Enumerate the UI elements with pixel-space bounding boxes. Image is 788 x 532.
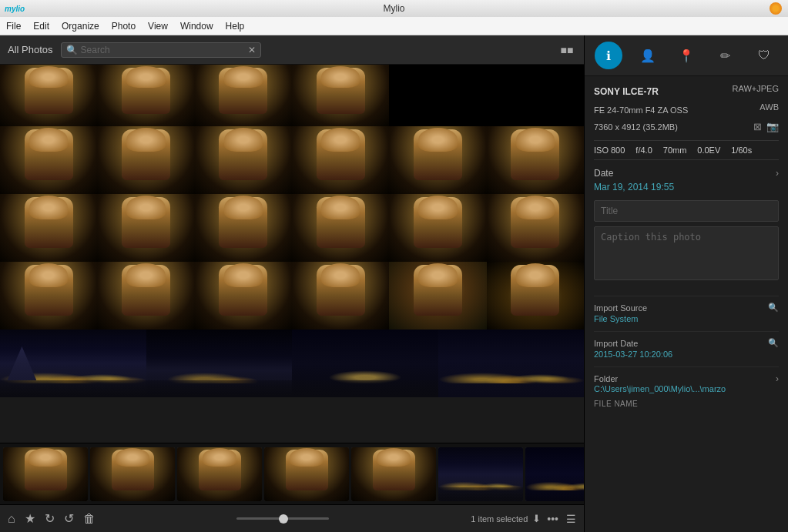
photo-cell[interactable] [0, 126, 97, 194]
filmstrip-item[interactable] [90, 447, 175, 501]
lens-info: FE 24-70mm F4 ZA OSS [594, 105, 688, 115]
tab-person[interactable]: 👤 [634, 42, 662, 69]
import-source-label: Import Source [594, 303, 647, 313]
import-source-label-row: Import Source 🔍 [594, 303, 779, 313]
photo-cell[interactable] [97, 126, 194, 194]
filmstrip-item[interactable] [3, 447, 88, 501]
caption-input[interactable] [594, 226, 779, 280]
photo-cell[interactable] [195, 194, 292, 262]
menu-view[interactable]: View [148, 21, 168, 32]
photo-cell[interactable] [487, 126, 584, 194]
photo-cell[interactable] [487, 194, 584, 262]
photo-cell[interactable] [292, 126, 389, 194]
selection-info: 1 item selected ⬇ [471, 513, 541, 524]
view-toggle: ■■ [558, 41, 576, 59]
list-view-icon[interactable]: ☰ [566, 513, 576, 525]
photo-cell[interactable] [389, 262, 486, 330]
date-header: Date › [594, 168, 779, 179]
photo-cell[interactable] [487, 65, 584, 126]
exif-ev: 0.0EV [697, 146, 720, 155]
folder-chevron[interactable]: › [776, 373, 779, 384]
photo-cell[interactable] [146, 330, 293, 397]
main-layout: All Photos 🔍 ✕ ■■ [0, 35, 788, 532]
trash-icon[interactable]: 🗑 [83, 512, 96, 526]
tab-location[interactable]: 📍 [672, 42, 700, 69]
awb-badge: AWB [759, 102, 779, 112]
date-chevron[interactable]: › [776, 168, 779, 179]
filmstrip-item[interactable] [525, 447, 584, 501]
title-input[interactable] [594, 200, 779, 222]
more-options-icon[interactable]: ••• [547, 513, 558, 525]
zoom-slider-thumb[interactable] [279, 514, 288, 524]
import-source-search-icon[interactable]: 🔍 [768, 303, 779, 313]
download-icon[interactable]: ⬇ [532, 513, 541, 524]
photo-cell[interactable] [0, 194, 97, 262]
grid-row [0, 262, 584, 330]
photo-cell-selected[interactable] [389, 126, 486, 194]
dimensions-row: 7360 x 4912 (35.2MB) ⊠ 📷 [594, 121, 779, 132]
photo-cell[interactable] [292, 194, 389, 262]
window-icon [770, 2, 782, 15]
photo-cell[interactable] [389, 194, 486, 262]
photo-cell[interactable] [292, 65, 389, 126]
menu-file[interactable]: File [6, 21, 21, 32]
photo-cell[interactable] [0, 330, 146, 397]
photo-toolbar: All Photos 🔍 ✕ ■■ [0, 35, 584, 65]
photo-cell[interactable] [0, 262, 97, 330]
photo-cell[interactable] [195, 126, 292, 194]
grid-view-button[interactable]: ■■ [558, 41, 576, 59]
home-icon[interactable]: ⌂ [8, 512, 15, 526]
tab-edit[interactable]: ✏ [711, 42, 739, 69]
photo-cell[interactable] [97, 194, 194, 262]
search-clear-icon[interactable]: ✕ [248, 45, 256, 55]
photo-cell[interactable] [97, 262, 194, 330]
import-date-label: Import Date [594, 339, 638, 348]
menu-bar: File Edit Organize Photo View Window Hel… [0, 17, 788, 35]
dimensions-text: 7360 x 4912 (35.2MB) [594, 122, 678, 132]
photo-cell[interactable] [0, 65, 97, 126]
photo-cell[interactable] [97, 65, 194, 126]
photo-cell[interactable] [389, 65, 486, 126]
menu-edit[interactable]: Edit [33, 21, 49, 32]
filmstrip-item[interactable] [177, 447, 262, 501]
photo-cell[interactable] [292, 330, 438, 397]
tab-shield[interactable]: 🛡 [750, 42, 778, 69]
zoom-slider-track[interactable] [236, 517, 329, 520]
exif-shutter: 1/60s [731, 146, 752, 155]
zoom-slider-area [102, 517, 465, 520]
crop-icon[interactable]: ⊠ [753, 121, 762, 132]
photo-area: All Photos 🔍 ✕ ■■ [0, 35, 584, 532]
photo-cell[interactable] [292, 262, 389, 330]
tab-info[interactable]: ℹ [595, 42, 622, 69]
folder-header: Folder › [594, 373, 779, 384]
star-icon[interactable]: ★ [25, 511, 35, 526]
filename-label: FILE NAME [594, 400, 779, 408]
rotate-icon[interactable]: ↺ [64, 511, 74, 526]
title-field-container [594, 200, 779, 226]
photo-cell[interactable] [195, 262, 292, 330]
folder-row: Folder › C:\Users\jimen_000\Mylio\...\ma… [594, 366, 779, 393]
photo-cell[interactable] [438, 330, 585, 397]
exif-aperture: f/4.0 [635, 146, 652, 155]
refresh-icon[interactable]: ↻ [45, 511, 55, 526]
photo-cell[interactable] [195, 65, 292, 126]
exif-row: ISO 800 f/4.0 70mm 0.0EV 1/60s [594, 140, 779, 160]
import-source-row: Import Source 🔍 File System [594, 296, 779, 323]
date-label: Date [594, 168, 613, 179]
menu-photo[interactable]: Photo [112, 21, 136, 32]
camera-model: SONY ILCE-7R [594, 86, 659, 97]
filmstrip-item[interactable] [264, 447, 349, 501]
photo-cell[interactable] [487, 262, 584, 330]
search-icon[interactable]: 🔍 [66, 45, 78, 55]
menu-organize[interactable]: Organize [62, 21, 99, 32]
menu-window[interactable]: Window [180, 21, 213, 32]
search-input[interactable] [81, 45, 245, 55]
filmstrip-item[interactable] [438, 447, 523, 501]
menu-help[interactable]: Help [226, 21, 245, 32]
grid-row [0, 194, 584, 262]
camera-icon[interactable]: 📷 [766, 121, 779, 132]
import-date-search-icon[interactable]: 🔍 [768, 338, 779, 348]
filmstrip-item[interactable] [351, 447, 436, 501]
right-panel: ℹ 👤 📍 ✏ 🛡 SONY ILCE-7R RAW+JPEG FE 24-70… [584, 35, 788, 532]
caption-field-container [594, 226, 779, 288]
